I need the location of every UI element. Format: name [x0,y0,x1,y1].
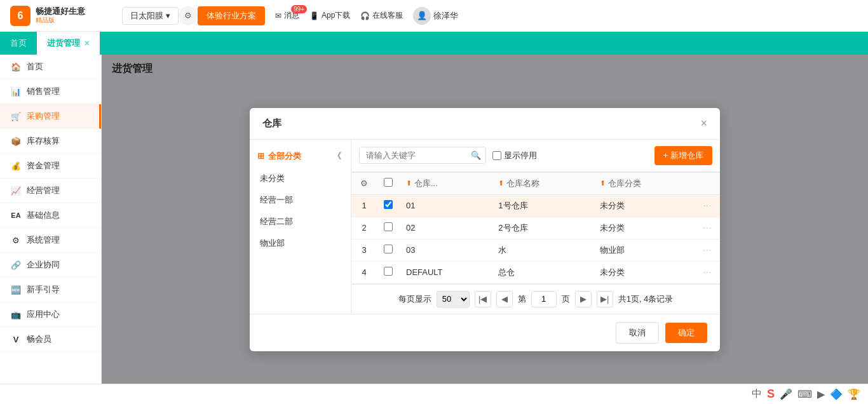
collapse-button[interactable]: 《 [330,150,343,163]
table-row[interactable]: 3 03 水 物业部 ··· [351,239,720,261]
row-check[interactable] [384,267,393,276]
sort-icon3: ⬆ [600,179,606,187]
sidebar-item-enterprise[interactable]: 🔗 企业协同 [0,253,101,278]
tab-home[interactable]: 首页 [0,32,37,55]
row-checkbox [377,217,400,239]
enterprise-icon: 🔗 [10,259,22,271]
category-item-none[interactable]: 未分类 [250,168,351,189]
bottom-mic-icon[interactable]: 🎤 [780,388,792,400]
gear-icon: ⚙ [184,11,192,20]
row-more[interactable]: ··· [695,217,720,239]
row-check[interactable] [384,245,393,253]
bottom-trophy-icon[interactable]: 🏆 [848,388,860,400]
row-more[interactable]: ··· [695,194,720,217]
cancel-button[interactable]: 取消 [616,322,659,344]
grid-icon: ⊞ [257,151,264,161]
inventory-icon: 📦 [10,135,22,147]
table-row[interactable]: 4 DEFAULT 总仓 未分类 ··· [351,261,720,283]
row-index: 3 [351,239,377,261]
show-disabled-label: 显示停用 [492,150,537,161]
table-row[interactable]: 2 02 2号仓库 未分类 ··· [351,217,720,239]
store-selector[interactable]: 日太阳膜 ▾ [122,7,179,25]
app-download-btn[interactable]: 📱 App下载 [309,10,350,21]
bottom-s-icon[interactable]: S [767,387,775,401]
table-header-row: ⚙ ⬆仓库... ⬆仓库名称 [351,172,720,194]
finance-icon: 💰 [10,160,22,172]
category-item-property[interactable]: 物业部 [250,232,351,254]
th-name: ⬆仓库名称 [492,172,593,194]
search-wrap: 🔍 [359,147,486,164]
modal-overlay: 仓库 × ⊞ 全部分类 《 未分类 [102,55,868,404]
modal-close-button[interactable]: × [700,117,707,130]
gear-button[interactable]: ⚙ [179,6,198,25]
system-icon: ⚙ [10,234,22,246]
sidebar-item-home[interactable]: 🏠 首页 [0,55,101,79]
select-all-checkbox[interactable] [384,178,393,187]
row-category: 未分类 [593,194,695,217]
th-code: ⬆仓库... [400,172,492,194]
sidebar-item-guide[interactable]: 🆕 新手引导 [0,278,101,302]
tab-purchase[interactable]: 进货管理 ✕ [37,32,100,55]
page-label: 第 [518,293,526,305]
trial-button[interactable]: 体验行业方案 [198,6,265,25]
sidebar-item-basics[interactable]: EA 基础信息 [0,203,101,228]
th-actions [695,172,720,194]
main-layout: 🏠 首页 📊 销售管理 🛒 采购管理 📦 库存核算 💰 资金管理 📈 经营管理 … [0,55,868,404]
page-unit: 页 [562,293,570,305]
message-btn[interactable]: ✉ 消息 99+ [275,10,299,21]
user-area[interactable]: 👤 徐泽华 [413,7,458,25]
search-icon[interactable]: 🔍 [471,151,481,160]
logo-area: 6 畅捷通好生意 精品版 [10,6,112,26]
bottom-zhong-icon[interactable]: 中 [752,387,762,401]
headphone-icon: 🎧 [360,11,370,20]
first-page-button[interactable]: |◀ [475,291,491,307]
row-checkbox [377,239,400,261]
row-checkbox [377,194,400,217]
last-page-button[interactable]: ▶| [597,291,613,307]
tab-close-icon[interactable]: ✕ [84,39,90,48]
row-more[interactable]: ··· [695,239,720,261]
modal-sidebar-header[interactable]: ⊞ 全部分类 《 [250,145,351,168]
per-page-label: 每页显示 [398,293,431,305]
table-row[interactable]: 1 01 1号仓库 未分类 ··· [351,194,720,217]
row-check[interactable] [384,222,393,231]
bottom-keyboard-icon[interactable]: ⌨ [797,388,812,400]
prev-page-button[interactable]: ◀ [496,291,513,307]
sidebar-item-finance[interactable]: 💰 资金管理 [0,154,101,178]
sidebar-item-inventory[interactable]: 📦 库存核算 [0,129,101,154]
row-code: DEFAULT [400,261,492,283]
next-page-button[interactable]: ▶ [575,291,592,307]
row-name: 总仓 [492,261,593,283]
confirm-button[interactable]: 确定 [665,323,707,343]
sidebar-item-operations[interactable]: 📈 经营管理 [0,178,101,203]
membership-icon: V [10,333,22,345]
sidebar-item-apps[interactable]: 📺 应用中心 [0,302,101,327]
sidebar-item-membership[interactable]: V 畅会员 [0,327,101,352]
category-item-ops1[interactable]: 经营一部 [250,189,351,211]
bottom-diamond-icon[interactable]: 🔷 [830,388,843,400]
basics-icon: EA [10,210,22,221]
add-warehouse-button[interactable]: + 新增仓库 [654,146,712,165]
pagination: 每页显示 50 100 200 |◀ ◀ 第 页 ▶ [351,284,720,314]
warehouse-table: ⚙ ⬆仓库... ⬆仓库名称 [351,172,720,284]
service-btn[interactable]: 🎧 在线客服 [360,10,403,21]
bottom-play-icon[interactable]: ▶ [817,388,825,400]
app-label: App下载 [322,10,350,21]
row-check[interactable] [384,200,393,209]
row-index: 2 [351,217,377,239]
category-item-ops2[interactable]: 经营二部 [250,211,351,232]
modal-content: 🔍 显示停用 + 新增仓库 [351,140,720,314]
show-disabled-checkbox[interactable] [492,151,501,160]
sidebar-item-system[interactable]: ⚙ 系统管理 [0,228,101,253]
row-more[interactable]: ··· [695,261,720,283]
sidebar-item-sales[interactable]: 📊 销售管理 [0,79,101,104]
per-page-select[interactable]: 50 100 200 [437,291,470,307]
sidebar-item-purchase[interactable]: 🛒 采购管理 [0,104,101,129]
search-input[interactable] [359,147,486,164]
header-icons: ✉ 消息 99+ 📱 App下载 🎧 在线客服 👤 徐泽华 [275,7,458,25]
modal-sidebar: ⊞ 全部分类 《 未分类 经营一部 经营二部 [250,140,351,314]
top-header: 6 畅捷通好生意 精品版 日太阳膜 ▾ ⚙ 体验行业方案 ✉ 消息 99+ 📱 … [0,0,868,32]
total-label: 共1页, 4条记录 [618,293,674,305]
row-name: 1号仓库 [492,194,593,217]
page-input[interactable] [531,291,557,307]
